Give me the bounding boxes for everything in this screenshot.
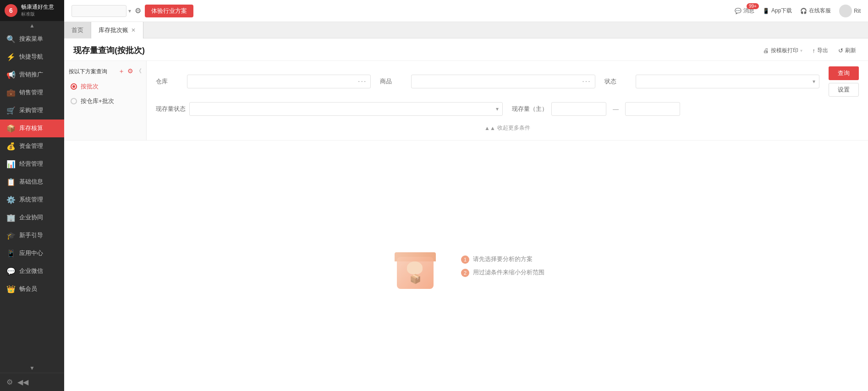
sidebar-item-operations[interactable]: 📊 经营管理 [0, 155, 64, 173]
inv-status-chevron-icon[interactable]: ▾ [496, 106, 499, 112]
warehouse-input-wrap[interactable]: ··· [187, 75, 371, 88]
sidebar-label-newguide: 新手引导 [19, 231, 43, 239]
sidebar-item-inventory[interactable]: 📦 库存核算 [0, 119, 64, 137]
sidebar-item-marketing[interactable]: 📢 营销推广 [0, 66, 64, 84]
app-title-group: 畅康通好生意 标准版 [21, 4, 54, 17]
tab-home[interactable]: 首页 [64, 22, 91, 38]
add-filter-button[interactable]: ＋ [118, 67, 125, 76]
experience-button[interactable]: 体验行业方案 [145, 5, 193, 17]
warehouse-label: 仓库 [156, 77, 183, 86]
query-button[interactable]: 查询 [829, 66, 859, 80]
export-button[interactable]: ↑ 导出 [810, 45, 831, 56]
newguide-icon: 🎓 [6, 231, 16, 240]
tab-inventory-batch[interactable]: 库存批次账 ✕ [91, 22, 143, 38]
sidebar-item-wechat[interactable]: 💬 企业微信 [0, 262, 64, 280]
filter-option-warehouse-batch[interactable]: 按仓库+批次 [64, 94, 146, 109]
topbar-chevron-icon[interactable]: ▾ [128, 8, 131, 14]
sidebar-item-search[interactable]: 🔍 搜索菜单 [0, 30, 64, 48]
settings-button[interactable]: 设置 [829, 83, 859, 97]
service-icon: 🎧 [800, 8, 807, 14]
sidebar-label-purchase: 采购管理 [19, 106, 43, 114]
print-label: 按模板打印 [771, 47, 798, 54]
product-label: 商品 [380, 77, 407, 86]
topbar: ▾ ⚙ 体验行业方案 💬 消息 99+ 📱 App下载 🎧 在线客服 Rit [64, 0, 868, 22]
hint-num-2: 2 [461, 269, 469, 277]
filter-header-left: 按以下方案查询 [69, 68, 107, 76]
collapse-more-button[interactable]: ▲▲ 收起更多条件 [156, 121, 859, 135]
refresh-button[interactable]: ↺ 刷新 [835, 45, 859, 56]
product-dots[interactable]: ··· [582, 77, 591, 86]
sales-icon: 💼 [6, 88, 16, 97]
page-actions: 🖨 按模板打印 ▾ ↑ 导出 ↺ 刷新 [760, 45, 859, 56]
empty-hint-2: 2 用过滤条件来缩小分析范围 [461, 268, 544, 277]
tab-inventory-batch-label: 库存批次账 [99, 26, 128, 34]
box-icon: 📦 [410, 273, 421, 284]
collapse-footer-icon[interactable]: ◀◀ [17, 378, 28, 386]
user-menu[interactable]: Rit [839, 5, 861, 17]
search-icon: 🔍 [6, 35, 16, 43]
sidebar-item-basics[interactable]: 📋 基础信息 [0, 173, 64, 191]
scroll-down-arrow[interactable]: ▼ [0, 364, 64, 373]
system-icon: ⚙️ [6, 196, 16, 204]
product-input-wrap[interactable]: ··· [411, 75, 595, 88]
product-input[interactable] [415, 78, 582, 85]
filter-option-batch[interactable]: 按批次 [64, 79, 146, 94]
marketing-icon: 📢 [6, 71, 16, 79]
app-subtitle: 标准版 [21, 11, 54, 17]
operations-icon: 📊 [6, 160, 16, 168]
filter-option-warehouse-label: 按仓库+批次 [81, 97, 114, 105]
sidebar-label-finance: 资金管理 [19, 142, 43, 150]
print-button[interactable]: 🖨 按模板打印 ▾ [760, 45, 805, 56]
hint-text-1: 请先选择要分析的方案 [473, 255, 533, 263]
online-service-label: 在线客服 [809, 7, 831, 15]
collapse-filter-panel-button[interactable]: 《 [136, 67, 142, 76]
app-download-button[interactable]: 📱 App下载 [763, 7, 792, 15]
status-chevron-icon[interactable]: ▾ [813, 78, 815, 85]
finance-icon: 💰 [6, 142, 16, 151]
sidebar-item-enterprise[interactable]: 🏢 企业协同 [0, 209, 64, 227]
print-icon: 🖨 [763, 47, 769, 54]
messages-badge: 99+ [747, 3, 759, 9]
hint-text-2: 用过滤条件来缩小分析范围 [473, 268, 544, 277]
inventory-qty-to-input[interactable] [629, 106, 698, 112]
refresh-label: 刷新 [845, 47, 856, 54]
inventory-qty-to[interactable] [625, 102, 680, 116]
tab-home-label: 首页 [71, 26, 83, 34]
edit-filter-button[interactable]: ⚙ [127, 67, 133, 76]
messages-button[interactable]: 💬 消息 99+ [735, 7, 754, 15]
settings-footer-icon[interactable]: ⚙ [6, 378, 13, 386]
sidebar-item-purchase[interactable]: 🛒 采购管理 [0, 102, 64, 119]
filter-row-2: 现存量状态 ▾ 现存量（主） — [156, 102, 859, 116]
sidebar-item-sales[interactable]: 💼 销售管理 [0, 84, 64, 102]
warehouse-input[interactable] [191, 78, 358, 85]
sidebar-item-member[interactable]: 👑 畅会员 [0, 280, 64, 298]
user-avatar [839, 5, 852, 17]
purchase-icon: 🛒 [6, 106, 16, 115]
sidebar-item-finance[interactable]: 💰 资金管理 [0, 137, 64, 155]
sidebar-item-system[interactable]: ⚙️ 系统管理 [0, 191, 64, 209]
inventory-status-input[interactable] [193, 106, 494, 112]
online-service-button[interactable]: 🎧 在线客服 [800, 7, 831, 15]
status-input[interactable] [640, 78, 811, 85]
sidebar-label-quicknav: 快捷导航 [19, 53, 43, 61]
sidebar-item-newguide[interactable]: 🎓 新手引导 [0, 227, 64, 244]
wechat-icon: 💬 [6, 267, 16, 276]
scroll-up-arrow[interactable]: ▲ [0, 21, 64, 30]
status-field: 状态 ▾ [604, 75, 819, 88]
app-title: 畅康通好生意 [21, 4, 54, 11]
sidebar-item-appcenter[interactable]: 📱 应用中心 [0, 244, 64, 262]
status-label: 状态 [604, 77, 632, 86]
tab-close-icon[interactable]: ✕ [131, 27, 136, 33]
face-shape [407, 261, 423, 274]
status-input-wrap[interactable]: ▾ [636, 75, 819, 88]
topbar-gear-icon[interactable]: ⚙ [133, 5, 143, 17]
topbar-search-input[interactable] [71, 5, 126, 17]
sidebar-item-quicknav[interactable]: ⚡ 快捷导航 [0, 48, 64, 66]
inventory-qty-from-input[interactable] [555, 106, 624, 112]
inventory-qty-from[interactable] [551, 102, 606, 116]
page-title: 现存量查询(按批次) [73, 45, 145, 56]
warehouse-field: 仓库 ··· [156, 75, 371, 88]
inventory-status-wrap[interactable]: ▾ [189, 102, 503, 116]
warehouse-dots[interactable]: ··· [358, 77, 367, 86]
filter-sidebar: 按以下方案查询 ＋ ⚙ 《 按批次 按仓库+批次 [64, 61, 147, 140]
